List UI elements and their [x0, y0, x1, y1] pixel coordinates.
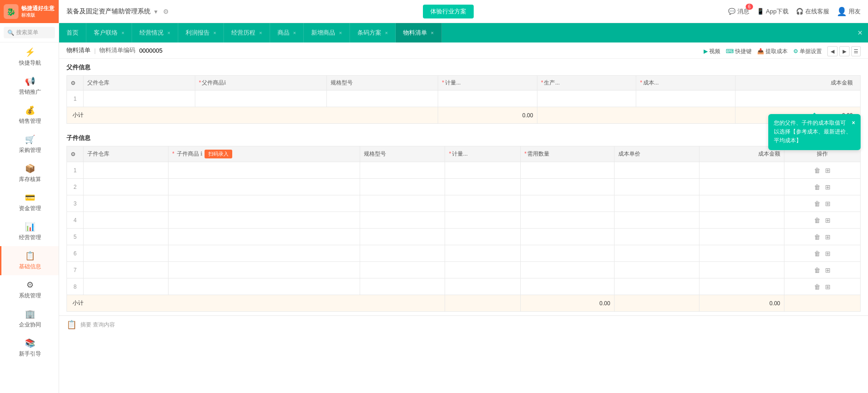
child-row-3-unit[interactable]	[445, 195, 520, 212]
child-row-5-spec[interactable]	[360, 229, 445, 245]
nav-list-btn[interactable]: ☰	[851, 46, 861, 56]
close-new-goods-tab[interactable]: ×	[339, 30, 342, 36]
tab-history[interactable]: 经营历程 ×	[224, 23, 270, 42]
parent-row-1-produce[interactable]	[537, 91, 636, 107]
child-row-6-spec[interactable]	[360, 245, 445, 262]
child-th-settings[interactable]: ⚙	[67, 146, 84, 162]
child-row-8-quantity[interactable]	[520, 278, 614, 295]
copy-row-3-btn[interactable]: ⊞	[825, 200, 831, 207]
delete-row-6-btn[interactable]: 🗑	[814, 250, 820, 257]
sidebar-item-marketing[interactable]: 📢 营销推广	[0, 72, 59, 101]
child-row-4-goods[interactable]	[169, 212, 360, 229]
child-row-1-goods[interactable]	[169, 162, 360, 179]
child-row-3-unit-cost[interactable]	[614, 195, 699, 212]
child-row-1-unit-cost[interactable]	[614, 162, 699, 179]
child-row-6-quantity[interactable]	[520, 245, 614, 262]
tab-profit[interactable]: 利润报告 ×	[178, 23, 224, 42]
child-row-4-spec[interactable]	[360, 212, 445, 229]
sidebar-item-inventory[interactable]: 📦 库存核算	[0, 159, 59, 188]
child-row-7-warehouse[interactable]	[84, 262, 169, 278]
sidebar-item-system[interactable]: ⚙ 系统管理	[0, 275, 59, 304]
parent-row-1-amount[interactable]	[735, 91, 860, 107]
child-row-5-amount[interactable]	[699, 229, 784, 245]
message-btn[interactable]: 💬 消息 6	[728, 7, 749, 16]
extract-cost-btn[interactable]: 📥 提取成本	[757, 48, 788, 55]
child-row-2-goods[interactable]	[169, 179, 360, 195]
tab-business[interactable]: 经营情况 ×	[132, 23, 178, 42]
nav-prev-btn[interactable]: ◀	[827, 46, 838, 56]
child-row-3-warehouse[interactable]	[84, 195, 169, 212]
sidebar-item-quicknav[interactable]: ⚡ 快捷导航	[0, 42, 59, 72]
parent-row-1-cost[interactable]	[636, 91, 735, 107]
close-barcode-tab[interactable]: ×	[385, 30, 388, 36]
child-row-4-warehouse[interactable]	[84, 212, 169, 229]
tab-customers[interactable]: 客户联络 ×	[86, 23, 132, 42]
sidebar-item-enterprise[interactable]: 🏢 企业协同	[0, 304, 59, 333]
close-business-tab[interactable]: ×	[167, 30, 170, 36]
close-all-tabs[interactable]: ×	[852, 23, 868, 42]
child-row-8-spec[interactable]	[360, 278, 445, 295]
close-bom-tab[interactable]: ×	[431, 30, 434, 36]
tab-barcode[interactable]: 条码方案 ×	[350, 23, 396, 42]
copy-row-6-btn[interactable]: ⊞	[825, 250, 831, 257]
child-row-3-amount[interactable]	[699, 195, 784, 212]
close-customers-tab[interactable]: ×	[121, 30, 124, 36]
tab-bom[interactable]: 物料清单 ×	[396, 23, 441, 42]
parent-th-settings[interactable]: ⚙	[67, 76, 84, 91]
online-service-btn[interactable]: 🎧 在线客服	[796, 7, 829, 16]
parent-row-1-unit[interactable]	[438, 91, 537, 107]
app-download-btn[interactable]: 📱 App下载	[757, 7, 789, 16]
child-row-5-quantity[interactable]	[520, 229, 614, 245]
child-row-4-unit-cost[interactable]	[614, 212, 699, 229]
child-row-8-unit-cost[interactable]	[614, 278, 699, 295]
child-row-6-amount[interactable]	[699, 245, 784, 262]
search-menu-btn[interactable]: 🔍 搜索菜单	[4, 27, 55, 38]
child-row-7-quantity[interactable]	[520, 262, 614, 278]
sidebar-item-purchase[interactable]: 🛒 采购管理	[0, 130, 59, 159]
tooltip-close-btn[interactable]: ×	[852, 119, 855, 127]
tab-home[interactable]: 首页	[59, 23, 86, 42]
child-row-2-unit[interactable]	[445, 179, 520, 195]
child-row-2-unit-cost[interactable]	[614, 179, 699, 195]
child-row-1-warehouse[interactable]	[84, 162, 169, 179]
view-btn[interactable]: ▶ 视频	[704, 48, 720, 55]
child-row-1-amount[interactable]	[699, 162, 784, 179]
child-row-6-unit[interactable]	[445, 245, 520, 262]
copy-row-1-btn[interactable]: ⊞	[825, 167, 831, 174]
sidebar-item-basic[interactable]: 📋 基础信息	[0, 246, 59, 275]
scan-input-btn[interactable]: 扫码录入	[205, 150, 232, 158]
child-row-5-warehouse[interactable]	[84, 229, 169, 245]
delete-row-5-btn[interactable]: 🗑	[814, 233, 820, 241]
child-row-2-amount[interactable]	[699, 179, 784, 195]
child-row-8-goods[interactable]	[169, 278, 360, 295]
shortcut-btn[interactable]: ⌨ 快捷键	[726, 48, 752, 55]
child-row-2-spec[interactable]	[360, 179, 445, 195]
delete-row-2-btn[interactable]: 🗑	[814, 183, 820, 191]
child-row-7-amount[interactable]	[699, 262, 784, 278]
child-row-8-unit[interactable]	[445, 278, 520, 295]
child-row-4-unit[interactable]	[445, 212, 520, 229]
child-row-5-unit-cost[interactable]	[614, 229, 699, 245]
parent-row-1-warehouse[interactable]	[84, 91, 195, 107]
child-row-4-amount[interactable]	[699, 212, 784, 229]
nav-next-btn[interactable]: ▶	[839, 46, 850, 56]
child-row-7-unit-cost[interactable]	[614, 262, 699, 278]
child-row-3-quantity[interactable]	[520, 195, 614, 212]
child-row-2-quantity[interactable]	[520, 179, 614, 195]
tab-new-goods[interactable]: 新增商品 ×	[304, 23, 350, 42]
breadcrumb-bom[interactable]: 物料清单	[66, 46, 90, 54]
child-row-5-unit[interactable]	[445, 229, 520, 245]
delete-row-8-btn[interactable]: 🗑	[814, 283, 820, 290]
close-profit-tab[interactable]: ×	[213, 30, 216, 36]
child-row-3-goods[interactable]	[169, 195, 360, 212]
child-row-8-amount[interactable]	[699, 278, 784, 295]
settings-icon[interactable]: ⚙	[163, 8, 169, 15]
sidebar-item-sales[interactable]: 💰 销售管理	[0, 101, 59, 130]
child-row-6-warehouse[interactable]	[84, 245, 169, 262]
copy-row-5-btn[interactable]: ⊞	[825, 233, 831, 241]
delete-row-7-btn[interactable]: 🗑	[814, 266, 820, 274]
child-row-1-quantity[interactable]	[520, 162, 614, 179]
delete-row-1-btn[interactable]: 🗑	[814, 167, 820, 174]
child-row-7-unit[interactable]	[445, 262, 520, 278]
user-menu[interactable]: 👤 用友	[837, 6, 861, 17]
